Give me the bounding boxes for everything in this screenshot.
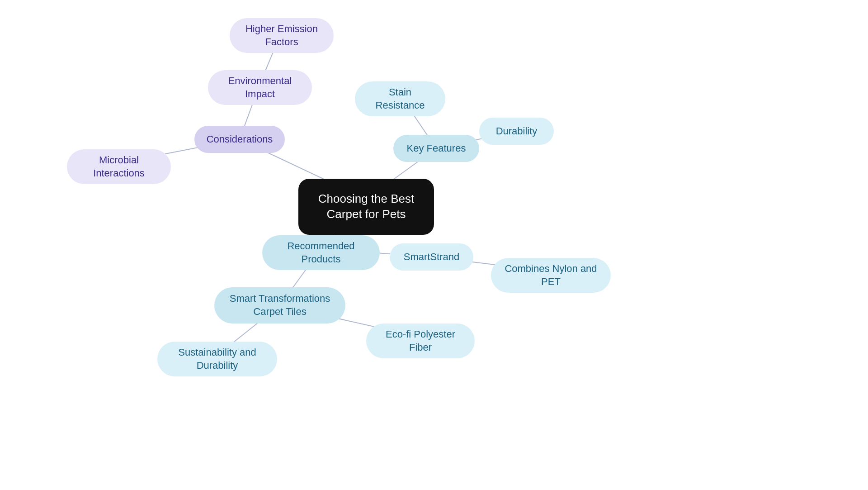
node-key-features[interactable]: Key Features [393,135,479,162]
node-considerations[interactable]: Considerations [194,126,285,153]
node-microbial[interactable]: Microbial Interactions [67,149,171,184]
node-stain-resistance[interactable]: Stain Resistance [355,81,445,116]
node-environmental-impact[interactable]: Environmental Impact [208,70,312,105]
node-durability[interactable]: Durability [479,118,554,145]
node-center[interactable]: Choosing the Best Carpet for Pets [298,179,434,235]
mind-map-canvas: Choosing the Best Carpet for PetsConside… [0,0,868,490]
node-recommended[interactable]: Recommended Products [262,235,380,270]
node-eco-fi[interactable]: Eco-fi Polyester Fiber [366,323,475,358]
node-higher-emission[interactable]: Higher Emission Factors [230,18,334,53]
node-combines[interactable]: Combines Nylon and PET [491,258,611,293]
node-sustainability[interactable]: Sustainability and Durability [157,342,277,376]
node-smart-transformations[interactable]: Smart Transformations Carpet Tiles [214,287,345,323]
node-smartstrand[interactable]: SmartStrand [390,243,473,271]
